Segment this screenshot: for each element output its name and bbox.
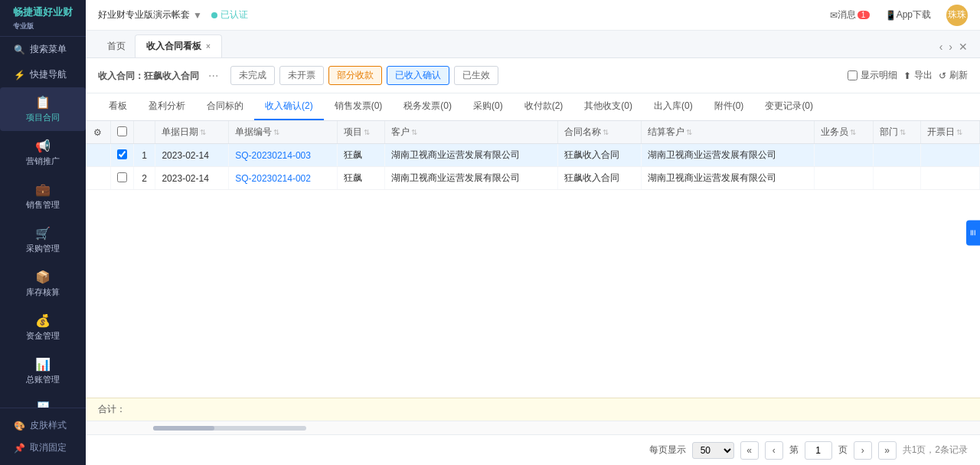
sub-tab-kanban[interactable]: 看板 <box>98 93 138 120</box>
row-project: 狂飙 <box>337 144 384 167</box>
show-detail-label[interactable]: 显示明细 <box>848 69 897 82</box>
last-page-btn[interactable]: » <box>878 441 897 460</box>
phone-icon: 📱 <box>885 10 897 21</box>
app-download-label: App下载 <box>897 8 931 21</box>
sidebar-bottom-cancel-pin[interactable]: 📌 取消固定 <box>0 437 86 459</box>
right-panel-icon: ≡ <box>967 229 979 236</box>
sales-icon: 💼 <box>35 182 51 197</box>
row-num: 2 <box>133 167 155 190</box>
sub-tab-change_log[interactable]: 变更记录(0) <box>754 93 824 120</box>
show-detail-checkbox[interactable] <box>848 70 858 80</box>
sort-icon-docno: ⇅ <box>273 128 279 136</box>
first-page-btn[interactable]: « <box>740 441 759 460</box>
company-dropdown-icon[interactable]: ▼ <box>193 10 202 21</box>
th-open-date[interactable]: 开票日⇅ <box>920 121 979 144</box>
tab-income-contract[interactable]: 收入合同看板 × <box>135 34 222 57</box>
status-effective[interactable]: 已生效 <box>454 66 498 85</box>
scroll-area[interactable] <box>86 421 980 434</box>
table-row[interactable]: 2 2023-02-14 SQ-20230214-002 狂飙 湖南卫视商业运营… <box>86 167 980 190</box>
refresh-label: 刷新 <box>949 69 968 82</box>
status-incomplete[interactable]: 未完成 <box>230 66 275 85</box>
message-icon: ✉ <box>830 10 838 21</box>
sub-tab-warehouse[interactable]: 出入库(0) <box>643 93 704 120</box>
table-row[interactable]: 1 2023-02-14 SQ-20230214-003 狂飙 湖南卫视商业运营… <box>86 144 980 167</box>
topbar-app-download[interactable]: 📱 App下载 <box>885 8 931 21</box>
contract-more-btn[interactable]: ··· <box>208 69 218 83</box>
sidebar-item-marketing[interactable]: 📢营销推广 <box>0 131 86 175</box>
th-salesman[interactable]: 业务员⇅ <box>814 121 873 144</box>
row-select-checkbox[interactable] <box>117 149 127 159</box>
right-fixed-panel-btn[interactable]: ≡ <box>966 220 980 245</box>
sort-icon-client: ⇅ <box>411 128 417 136</box>
table-area[interactable]: ⚙ 单据日期⇅ 单据编号⇅ 项目⇅ 客户⇅ 合同名称⇅ 结算客户⇅ 业务员⇅ 部… <box>86 121 980 398</box>
sub-tab-payment[interactable]: 收付款(2) <box>514 93 574 120</box>
row-num: 1 <box>133 144 155 167</box>
sidebar-quick-nav[interactable]: ⚡ 快捷导航 <box>0 62 86 87</box>
th-client-label: 客户 <box>391 126 410 139</box>
tab-home[interactable]: 首页 <box>98 35 135 57</box>
sub-tab-income_confirm[interactable]: 收入确认(2) <box>254 93 324 120</box>
row-client: 湖南卫视商业运营发展有限公司 <box>384 144 557 167</box>
sidebar-search[interactable]: 🔍 搜索菜单 <box>0 37 86 62</box>
sub-tab-sales_invoice[interactable]: 销售发票(0) <box>324 93 394 120</box>
th-settle-client[interactable]: 结算客户⇅ <box>641 121 814 144</box>
row-settings[interactable] <box>86 167 110 190</box>
pin-icon: 📌 <box>14 443 25 454</box>
page-label-before: 第 <box>789 444 799 457</box>
tab-close-all-btn[interactable]: ✕ <box>959 41 968 53</box>
user-avatar[interactable]: 珠珠 <box>946 5 968 26</box>
row-select-checkbox[interactable] <box>117 172 127 182</box>
refresh-btn[interactable]: ↺ 刷新 <box>939 69 968 82</box>
th-checkbox <box>110 121 133 144</box>
tab-next-btn[interactable]: › <box>949 41 952 53</box>
scrollbar-thumb[interactable] <box>153 426 214 431</box>
status-partial-received[interactable]: 部分收款 <box>328 66 382 85</box>
th-date[interactable]: 单据日期⇅ <box>155 121 229 144</box>
sub-tab-other_income[interactable]: 其他收支(0) <box>573 93 643 120</box>
export-btn[interactable]: ⬆ 导出 <box>903 69 933 82</box>
row-settings[interactable] <box>86 144 110 167</box>
topbar-right: ✉ 消息 1 📱 App下载 珠珠 <box>830 5 968 26</box>
th-docno[interactable]: 单据编号⇅ <box>229 121 337 144</box>
select-all-checkbox[interactable] <box>117 126 127 136</box>
tab-close-btn[interactable]: × <box>206 42 211 51</box>
sidebar-item-purchase[interactable]: 🛒采购管理 <box>0 218 86 262</box>
tab-prev-btn[interactable]: ‹ <box>939 41 943 53</box>
next-page-btn[interactable]: › <box>854 441 872 460</box>
th-settings[interactable]: ⚙ <box>86 121 110 144</box>
sidebar-bottom-skin[interactable]: 🎨 皮肤样式 <box>0 414 86 437</box>
prev-page-btn[interactable]: ‹ <box>765 441 783 460</box>
status-uninvoiced[interactable]: 未开票 <box>279 66 324 85</box>
row-docno-link[interactable]: SQ-20230214-003 <box>235 150 311 161</box>
row-docno-link[interactable]: SQ-20230214-002 <box>235 173 311 184</box>
quick-nav-icon: ⚡ <box>14 70 25 80</box>
message-badge: 1 <box>858 11 870 19</box>
sidebar-item-invoice[interactable]: 🧾发票管理 <box>0 393 86 408</box>
sidebar-item-general[interactable]: 📊总账管理 <box>0 349 86 393</box>
horizontal-scrollbar[interactable] <box>153 426 306 431</box>
invoice-icon: 🧾 <box>35 401 51 408</box>
sidebar-item-sales[interactable]: 💼销售管理 <box>0 175 86 218</box>
sidebar-item-project[interactable]: 📋项目合同 <box>0 87 86 131</box>
avatar-text: 珠珠 <box>948 8 966 21</box>
row-open-date <box>920 167 979 190</box>
th-client[interactable]: 客户⇅ <box>384 121 557 144</box>
row-settle-client: 湖南卫视商业运营发展有限公司 <box>641 144 814 167</box>
row-project: 狂飙 <box>337 167 384 190</box>
content-area: 收入合同：狂飙收入合同 ··· 未完成 未开票 部分收款 已收入确认 已生效 显… <box>86 58 980 465</box>
th-contract-name[interactable]: 合同名称⇅ <box>557 121 641 144</box>
current-page-input[interactable] <box>805 441 832 460</box>
company-name: 好业财专业版演示帐套 <box>98 8 190 21</box>
sub-tab-tax_invoice[interactable]: 税务发票(0) <box>393 93 462 120</box>
sub-tab-contract_standard[interactable]: 合同标的 <box>196 93 254 120</box>
status-confirmed[interactable]: 已收入确认 <box>387 66 449 85</box>
per-page-select[interactable]: 50 100 200 <box>692 442 734 459</box>
sub-tab-attachment[interactable]: 附件(0) <box>704 93 755 120</box>
sub-tab-purchase[interactable]: 采购(0) <box>462 93 514 120</box>
sidebar-item-capital[interactable]: 💰资金管理 <box>0 306 86 349</box>
th-project[interactable]: 项目⇅ <box>337 121 384 144</box>
sidebar-item-inventory[interactable]: 📦库存核算 <box>0 262 86 306</box>
topbar-message-btn[interactable]: ✉ 消息 1 <box>830 8 870 21</box>
sub-tab-profit[interactable]: 盈利分析 <box>138 93 196 120</box>
th-dept[interactable]: 部门⇅ <box>873 121 920 144</box>
